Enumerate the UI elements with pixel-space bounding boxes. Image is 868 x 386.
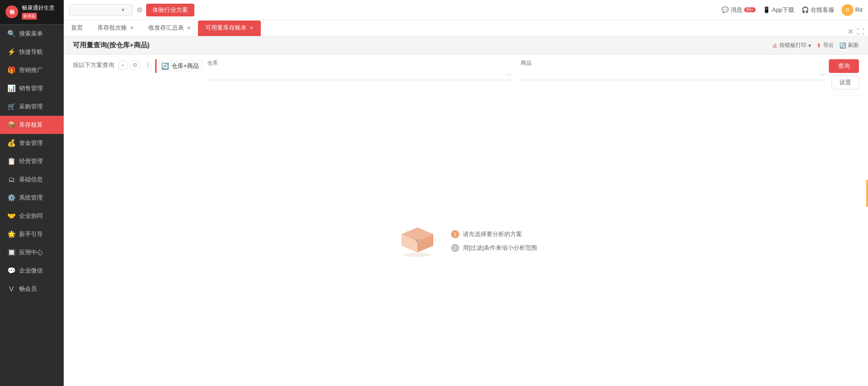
sidebar-label-purchase: 采购管理 bbox=[19, 103, 43, 111]
sidebar-item-app-center[interactable]: 🔲 应用中心 bbox=[0, 243, 64, 262]
close-tab-deposit-summary[interactable]: ✕ bbox=[187, 25, 191, 31]
svg-point-4 bbox=[416, 239, 416, 240]
sidebar-item-newbie[interactable]: 🌟 新手引导 bbox=[0, 225, 64, 243]
notification-button[interactable]: 💬 消息 99+ bbox=[721, 6, 756, 14]
empty-content: ? ~ 1 请先选择要分析的方案 2 用[过滤]条件来缩小分析范围 bbox=[395, 218, 537, 264]
sidebar-item-purchase[interactable]: 🛒 采购管理 bbox=[0, 98, 64, 116]
filter-bar: 按以下方案查询 ＋ ⚙ 《 🔄 仓库+商品 仓库 ··· bbox=[64, 55, 868, 96]
empty-illustration: ? ~ bbox=[395, 218, 440, 264]
svg-text:?: ? bbox=[406, 230, 408, 234]
warehouse-input[interactable] bbox=[207, 71, 505, 78]
purchase-icon: 🛒 bbox=[7, 103, 15, 111]
scheme-name: 仓库+商品 bbox=[172, 62, 199, 70]
sidebar-label-newbie: 新手引导 bbox=[19, 230, 43, 238]
warehouse-input-wrapper: ··· bbox=[207, 69, 512, 80]
filter-scheme-actions: ＋ ⚙ 《 bbox=[118, 59, 152, 71]
settings-icon[interactable]: ⚙ bbox=[137, 6, 142, 14]
print-dropdown-icon[interactable]: ▾ bbox=[808, 42, 811, 49]
sidebar-badge: 标准版 bbox=[22, 13, 37, 20]
topbar-search-box: ▾ bbox=[69, 4, 133, 15]
sidebar-item-basic[interactable]: 🗂 基础信息 bbox=[0, 170, 64, 189]
tab-deposit-summary[interactable]: 收发存汇总表 ✕ bbox=[141, 21, 198, 36]
tip-number-2: 2 bbox=[451, 244, 459, 252]
topbar-search-input[interactable] bbox=[73, 7, 119, 13]
user-menu[interactable]: R Rit bbox=[842, 4, 863, 16]
svg-point-5 bbox=[418, 239, 419, 240]
sidebar-header: 畅 畅康通好生意 标准版 bbox=[0, 0, 64, 25]
product-field: 商品 ··· bbox=[521, 59, 825, 80]
empty-tips: 1 请先选择要分析的方案 2 用[过滤]条件来缩小分析范围 bbox=[451, 230, 537, 252]
sidebar-item-marketing[interactable]: 🎁 营销推广 bbox=[0, 61, 64, 79]
product-input[interactable] bbox=[521, 71, 818, 78]
user-avatar: R bbox=[842, 4, 853, 16]
sidebar-label-operations: 经营管理 bbox=[19, 157, 43, 165]
close-tab-batch-ledger[interactable]: ✕ bbox=[130, 25, 134, 31]
notification-badge: 99+ bbox=[744, 7, 756, 12]
sidebar-label-enterprise: 企业协同 bbox=[19, 212, 43, 220]
sidebar-title: 畅康通好生意 bbox=[22, 5, 55, 12]
tab-controls: ✕ ⛶ bbox=[848, 27, 868, 36]
sidebar-label-app-center: 应用中心 bbox=[19, 248, 43, 257]
sidebar-item-operations[interactable]: 📋 经营管理 bbox=[0, 152, 64, 170]
sidebar-label-basic: 基础信息 bbox=[19, 175, 43, 184]
sidebar-label-finance: 资金管理 bbox=[19, 139, 43, 147]
svg-point-8 bbox=[404, 252, 431, 257]
app-download-button[interactable]: 📱 App下载 bbox=[763, 6, 794, 14]
content-area: 可用量查询(按仓库+商品) 🖨 按模板打印 ▾ ⬆ 导出 🔄 刷新 按以下方 bbox=[64, 36, 868, 386]
warehouse-more-button[interactable]: ··· bbox=[506, 71, 512, 78]
warehouse-field: 仓库 ··· bbox=[207, 59, 512, 80]
sidebar-item-wechat[interactable]: 💬 企业微信 bbox=[0, 262, 64, 280]
headset-icon: 🎧 bbox=[802, 6, 809, 13]
mobile-icon: 📱 bbox=[763, 6, 770, 13]
sidebar-item-sales[interactable]: 📊 销售管理 bbox=[0, 79, 64, 98]
query-button[interactable]: 查询 bbox=[829, 59, 859, 73]
sidebar-scroll: 🔍 搜索菜单 ⚡ 快捷导航 🎁 营销推广 📊 销售管理 🛒 采购管理 📦 库存核… bbox=[0, 25, 64, 386]
sidebar-item-quick-nav[interactable]: ⚡ 快捷导航 bbox=[0, 43, 64, 61]
wechat-icon: 💬 bbox=[7, 267, 15, 275]
online-service-button[interactable]: 🎧 在线客服 bbox=[802, 6, 834, 14]
search-icon: 🔍 bbox=[7, 30, 15, 38]
export-icon: ⬆ bbox=[817, 42, 821, 49]
export-button[interactable]: ⬆ 导出 bbox=[817, 41, 834, 49]
sidebar-item-search[interactable]: 🔍 搜索菜单 bbox=[0, 25, 64, 43]
sidebar-label-sales: 销售管理 bbox=[19, 84, 43, 93]
sidebar-item-member[interactable]: V 畅会员 bbox=[0, 280, 64, 298]
print-button[interactable]: 🖨 按模板打印 ▾ bbox=[772, 41, 811, 49]
tab-home[interactable]: 首页 bbox=[64, 21, 90, 36]
maximize-button[interactable]: ⛶ bbox=[857, 28, 864, 36]
refresh-button[interactable]: 🔄 刷新 bbox=[839, 41, 859, 49]
industry-solution-button[interactable]: 体验行业方案 bbox=[146, 4, 194, 16]
operations-icon: 📋 bbox=[7, 157, 15, 165]
basic-icon: 🗂 bbox=[7, 175, 15, 183]
edit-scheme-button[interactable]: ⚙ bbox=[130, 60, 140, 70]
sidebar-item-inventory[interactable]: 📦 库存核算 bbox=[0, 116, 64, 134]
sidebar: 畅 畅康通好生意 标准版 🔍 搜索菜单 ⚡ 快捷导航 🎁 营销推广 📊 销售管理… bbox=[0, 0, 64, 386]
product-label: 商品 bbox=[521, 59, 825, 67]
product-more-button[interactable]: ··· bbox=[820, 71, 825, 78]
sidebar-brand: 畅康通好生意 标准版 bbox=[22, 5, 55, 20]
close-tab-available-ledger[interactable]: ✕ bbox=[249, 25, 254, 31]
newbie-icon: 🌟 bbox=[7, 230, 15, 238]
collapse-button[interactable]: 《 bbox=[142, 59, 152, 71]
user-name: Rit bbox=[855, 6, 863, 13]
sidebar-item-enterprise[interactable]: 🤝 企业协同 bbox=[0, 207, 64, 225]
dropdown-icon[interactable]: ▾ bbox=[122, 6, 125, 13]
notification-label: 消息 bbox=[731, 6, 742, 14]
sidebar-label-member: 畅会员 bbox=[19, 285, 37, 293]
sidebar-item-finance[interactable]: 💰 资金管理 bbox=[0, 134, 64, 152]
enterprise-icon: 🤝 bbox=[7, 212, 15, 220]
settings-button[interactable]: 设置 bbox=[832, 76, 859, 89]
tab-batch-ledger[interactable]: 库存批次账 ✕ bbox=[90, 21, 141, 36]
empty-state: ? ~ 1 请先选择要分析的方案 2 用[过滤]条件来缩小分析范围 bbox=[64, 96, 868, 386]
tab-available-ledger[interactable]: 可用量库存账本 ✕ bbox=[198, 21, 261, 36]
close-tab-button[interactable]: ✕ bbox=[848, 27, 853, 36]
add-scheme-button[interactable]: ＋ bbox=[118, 60, 128, 70]
system-icon: ⚙️ bbox=[7, 194, 15, 202]
print-icon: 🖨 bbox=[772, 42, 777, 49]
empty-tip-2: 2 用[过滤]条件来缩小分析范围 bbox=[451, 244, 537, 252]
page-title: 可用量查询(按仓库+商品) bbox=[73, 41, 150, 50]
sidebar-label-system: 系统管理 bbox=[19, 194, 43, 202]
inventory-icon: 📦 bbox=[7, 121, 15, 129]
sidebar-item-system[interactable]: ⚙️ 系统管理 bbox=[0, 189, 64, 207]
topbar: ▾ ⚙ 体验行业方案 💬 消息 99+ 📱 App下载 🎧 在线客服 R Rit bbox=[64, 0, 868, 20]
